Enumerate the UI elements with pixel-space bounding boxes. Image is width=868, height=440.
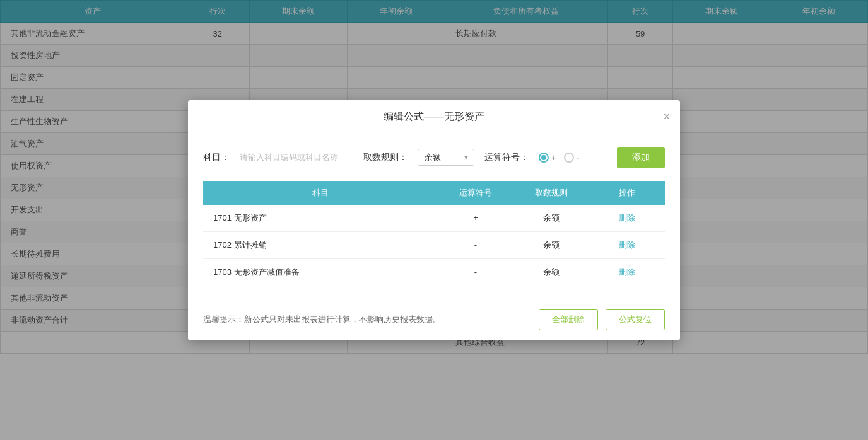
formula-subject: 1701 无形资产 [203, 205, 438, 232]
form-row: 科目： 取数规则： 余额 借方 贷方 借方累计 贷方累计 ▼ 运算符号： [203, 147, 665, 168]
modal-dialog: 编辑公式——无形资产 × 科目： 取数规则： 余额 借方 贷方 借方累计 贷方累… [188, 100, 680, 340]
formula-action: 删除 [589, 258, 665, 286]
table-header-operator: 运算符号 [438, 181, 513, 205]
rule-label: 取数规则： [363, 152, 408, 163]
formula-row: 1702 累计摊销-余额删除 [203, 231, 665, 258]
formula-rule: 余额 [513, 231, 589, 258]
modal-overlay: 编辑公式——无形资产 × 科目： 取数规则： 余额 借方 贷方 借方累计 贷方累… [0, 0, 868, 440]
delete-row-link[interactable]: 删除 [619, 240, 635, 250]
formula-rule: 余额 [513, 258, 589, 286]
formula-subject: 1702 累计摊销 [203, 231, 438, 258]
formula-action: 删除 [589, 231, 665, 258]
operator-label: 运算符号： [484, 152, 529, 163]
radio-minus-item[interactable]: - [564, 153, 580, 163]
delete-all-button[interactable]: 全部删除 [539, 309, 598, 330]
delete-row-link[interactable]: 删除 [619, 213, 635, 223]
formula-table: 科目 运算符号 取数规则 操作 1701 无形资产+余额删除1702 累计摊销-… [203, 181, 665, 286]
formula-rule: 余额 [513, 205, 589, 232]
subject-input[interactable] [240, 150, 353, 165]
radio-plus-item[interactable]: + [539, 153, 556, 163]
table-header-rule: 取数规则 [513, 181, 589, 205]
modal-footer: 温馨提示：新公式只对未出报表进行计算，不影响历史报表数据。 全部删除 公式复位 [188, 299, 680, 340]
rule-select-wrapper: 余额 借方 贷方 借方累计 贷方累计 ▼ [418, 149, 474, 166]
formula-row: 1701 无形资产+余额删除 [203, 205, 665, 232]
table-header-action: 操作 [589, 181, 665, 205]
modal-close-button[interactable]: × [663, 111, 670, 122]
table-header-subject: 科目 [203, 181, 438, 205]
footer-buttons: 全部删除 公式复位 [539, 309, 665, 330]
modal-body: 科目： 取数规则： 余额 借方 贷方 借方累计 贷方累计 ▼ 运算符号： [188, 134, 680, 299]
radio-minus-label: - [577, 153, 580, 163]
operator-radio-group: + - [539, 153, 580, 163]
formula-operator: - [438, 231, 513, 258]
reset-formula-button[interactable]: 公式复位 [606, 309, 665, 330]
formula-subject: 1703 无形资产减值准备 [203, 258, 438, 286]
modal-title: 编辑公式——无形资产 [384, 111, 484, 122]
radio-plus-circle [539, 153, 549, 163]
formula-row: 1703 无形资产减值准备-余额删除 [203, 258, 665, 286]
formula-action: 删除 [589, 205, 665, 232]
add-button[interactable]: 添加 [617, 147, 665, 168]
rule-select[interactable]: 余额 借方 贷方 借方累计 贷方累计 [418, 149, 474, 166]
subject-label: 科目： [203, 152, 230, 163]
formula-operator: + [438, 205, 513, 232]
modal-header: 编辑公式——无形资产 × [188, 100, 680, 134]
warning-text: 温馨提示：新公式只对未出报表进行计算，不影响历史报表数据。 [203, 314, 441, 325]
delete-row-link[interactable]: 删除 [619, 267, 635, 277]
formula-operator: - [438, 258, 513, 286]
radio-minus-circle [564, 153, 574, 163]
radio-plus-label: + [551, 153, 556, 163]
